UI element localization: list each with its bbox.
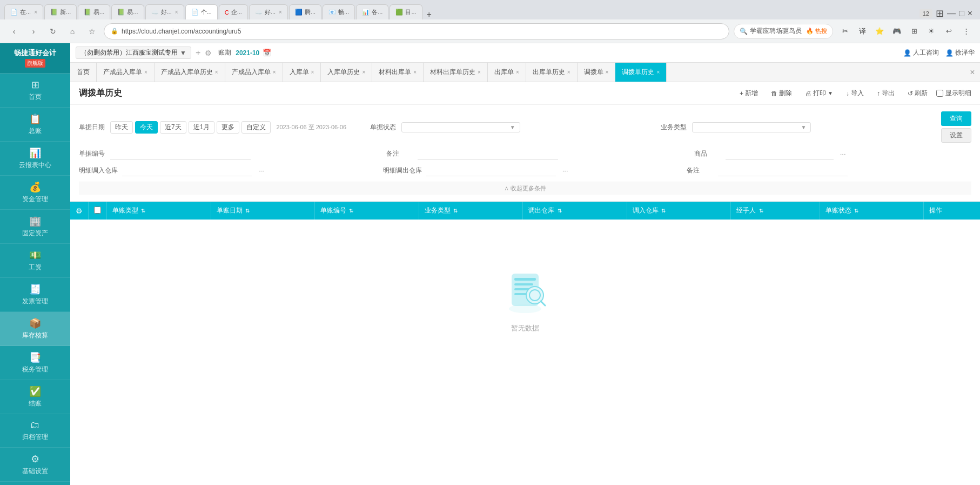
table-header-handler[interactable]: 经手人 ⇅	[731, 202, 820, 220]
tab-close-icon[interactable]: ×	[413, 69, 417, 75]
tab-close-icon[interactable]: ×	[567, 69, 570, 75]
tab-finished-in-history[interactable]: 产成品入库单历史 ×	[155, 63, 225, 82]
settings-icon[interactable]: ⚙	[205, 49, 212, 57]
sidebar-item-ledger[interactable]: 📋 总账	[0, 108, 70, 142]
home-button[interactable]: ⌂	[65, 24, 80, 39]
sidebar-item-wages[interactable]: 💵 工资	[0, 244, 70, 278]
support-button[interactable]: 👤 人工咨询	[903, 48, 939, 57]
tab-close-icon[interactable]: ×	[606, 69, 609, 75]
export-button[interactable]: ↑ 导出	[872, 87, 899, 100]
new-button[interactable]: + 新增	[735, 87, 762, 100]
tab-out[interactable]: 出库单 ×	[488, 63, 526, 82]
browser-tab-12[interactable]: 🟩 目...	[390, 4, 422, 19]
game-button[interactable]: 🎮	[889, 24, 904, 39]
sidebar-item-assets[interactable]: 🏢 固定资产	[0, 210, 70, 244]
maximize-icon[interactable]: □	[959, 9, 964, 18]
tab-material-out-history[interactable]: 材料出库单历史 ×	[424, 63, 488, 82]
tab-list-icon[interactable]: ⊞	[936, 8, 944, 19]
tab-finished-in[interactable]: 产成品入库单 ×	[97, 63, 155, 82]
collapse-button[interactable]: ∧ 收起更多条件	[79, 182, 971, 195]
tab-close-icon[interactable]: ×	[478, 69, 481, 75]
address-bar[interactable]: 🔒 https://cloud.chanjet.com/accounting/u…	[104, 23, 729, 39]
brightness-button[interactable]: ☀	[924, 24, 939, 39]
display-checkbox[interactable]	[936, 90, 943, 97]
sidebar-item-funds[interactable]: 💰 资金管理	[0, 176, 70, 210]
status-select[interactable]: ▼	[401, 122, 520, 132]
user-button[interactable]: 👤 徐泽华	[945, 48, 975, 57]
tab-count-badge[interactable]: 12	[919, 9, 932, 18]
date-today-btn[interactable]: 今天	[135, 121, 158, 134]
menu-button[interactable]: ⋮	[958, 24, 974, 39]
browser-tab-4[interactable]: 📗 易...	[111, 4, 144, 19]
browser-tab-8[interactable]: ☁️ 好... ×	[249, 4, 288, 19]
refresh-button[interactable]: ↻	[45, 24, 61, 39]
query-button[interactable]: 查询	[941, 111, 971, 126]
tab-transfer[interactable]: 调拨单 ×	[578, 63, 616, 82]
tab-home[interactable]: 首页	[70, 63, 97, 82]
translate-button[interactable]: 译	[855, 24, 870, 39]
browser-tab-3[interactable]: 📗 易...	[78, 4, 110, 19]
date-7days-btn[interactable]: 近7天	[160, 121, 186, 134]
table-header-status[interactable]: 单账状态 ⇅	[820, 202, 924, 220]
bookmark-button[interactable]: ☆	[84, 24, 99, 39]
import-button[interactable]: ↓ 导入	[842, 87, 868, 100]
detail-out-select-icon[interactable]: ···	[560, 167, 570, 175]
close-all-tabs-button[interactable]: ×	[965, 65, 980, 80]
browser-tab-10[interactable]: 📧 畅...	[323, 4, 355, 19]
sidebar-item-inventory[interactable]: 📦 库存核算	[0, 312, 70, 346]
browser-tab-9[interactable]: 🟦 腾...	[289, 4, 321, 19]
scissors-button[interactable]: ✂	[837, 24, 853, 39]
goods-input[interactable]	[726, 148, 834, 160]
browser-tab-6[interactable]: 📄 个...	[185, 4, 218, 19]
table-header-business[interactable]: 业务类型 ⇅	[419, 202, 523, 220]
tab-close-icon[interactable]: ×	[144, 69, 147, 75]
tab-close-icon[interactable]: ×	[656, 69, 660, 75]
detail-in-select-icon[interactable]: ···	[256, 167, 266, 175]
tab-close-icon[interactable]: ×	[273, 69, 276, 75]
tab-in-history[interactable]: 入库单历史 ×	[321, 63, 372, 82]
sidebar-item-home[interactable]: ⊞ 首页	[0, 74, 70, 108]
goods-select-icon[interactable]: ···	[838, 150, 848, 158]
sidebar-item-archive[interactable]: 🗂 归档管理	[0, 414, 70, 448]
select-all-checkbox[interactable]	[94, 207, 101, 214]
browser-tab-7[interactable]: C 企...	[219, 4, 248, 19]
browser-tab-2[interactable]: 📗 新...	[44, 4, 77, 19]
calendar-icon[interactable]: 📅	[263, 49, 271, 57]
delete-button[interactable]: 🗑 删除	[767, 87, 796, 100]
table-header-gear[interactable]: ⚙	[70, 202, 89, 220]
tab-material-out[interactable]: 材料出库单 ×	[372, 63, 424, 82]
filter-settings-button[interactable]: 设置	[941, 128, 971, 143]
refresh-button[interactable]: ↺ 刷新	[903, 87, 932, 100]
tab-transfer-history[interactable]: 调拨单历史 ×	[615, 63, 667, 82]
doc-number-input[interactable]	[110, 148, 251, 160]
tab-in[interactable]: 入库单 ×	[283, 63, 321, 82]
tab-close-icon[interactable]: ×	[175, 9, 178, 15]
date-more-btn[interactable]: 更多	[217, 121, 239, 134]
table-header-in-warehouse[interactable]: 调入仓库 ⇅	[627, 202, 731, 220]
tab-close-icon[interactable]: ×	[311, 69, 314, 75]
table-header-checkbox[interactable]	[89, 202, 107, 220]
tab-close-icon[interactable]: ×	[516, 69, 519, 75]
table-header-number[interactable]: 单账编号 ⇅	[315, 202, 419, 220]
sidebar-item-reports[interactable]: 📊 云报表中心	[0, 142, 70, 176]
account-selector[interactable]: （勿删勿禁用）江西服宝测试专用 ▼	[76, 46, 191, 59]
tab-close-icon[interactable]: ×	[362, 69, 365, 75]
star-wallet-button[interactable]: ⭐	[872, 24, 887, 39]
tab-close-icon[interactable]: ×	[279, 9, 282, 15]
date-yesterday-btn[interactable]: 昨天	[110, 121, 133, 134]
sidebar-item-closing[interactable]: ✅ 结账	[0, 380, 70, 414]
note-input[interactable]	[418, 148, 558, 160]
sidebar-item-invoices[interactable]: 🧾 发票管理	[0, 278, 70, 312]
detail-in-input[interactable]	[122, 165, 252, 176]
tab-close-icon[interactable]: ×	[34, 9, 37, 15]
tab-close-icon[interactable]: ×	[215, 69, 218, 75]
tab-out-history[interactable]: 出库单历史 ×	[526, 63, 578, 82]
table-header-date[interactable]: 单账日期 ⇅	[211, 202, 315, 220]
sidebar-item-guide[interactable]: 📌 新手引导	[0, 482, 70, 485]
business-type-select[interactable]: ▼	[692, 122, 811, 132]
detail-out-input[interactable]	[426, 165, 556, 176]
browser-tab-5[interactable]: ☁️ 好... ×	[145, 4, 184, 19]
date-1month-btn[interactable]: 近1月	[189, 121, 215, 134]
add-account-icon[interactable]: +	[196, 48, 200, 58]
detail-note-input[interactable]	[718, 165, 848, 176]
